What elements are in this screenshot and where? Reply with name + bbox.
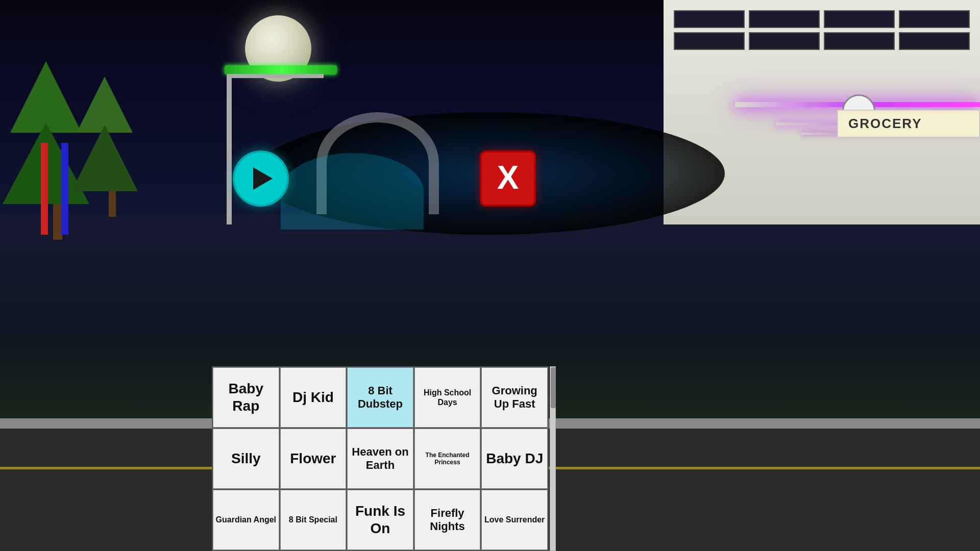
play-button-circle[interactable] xyxy=(233,151,289,207)
teal-character xyxy=(281,153,424,230)
music-cell-guardian-angel[interactable]: Guardian Angel xyxy=(213,490,279,550)
music-cell-8-bit-dubstep[interactable]: 8 Bit Dubstep xyxy=(347,367,413,428)
grocery-sign-text: GROCERY xyxy=(848,116,922,131)
music-grid: Baby RapDj Kid8 Bit DubstepHigh School D… xyxy=(212,366,549,551)
music-cell-baby-rap[interactable]: Baby Rap xyxy=(213,367,279,428)
close-icon: X xyxy=(497,161,519,194)
scene-tree-right xyxy=(87,77,138,217)
close-button[interactable]: X xyxy=(480,151,536,207)
close-button-circle[interactable]: X xyxy=(480,151,536,207)
music-cell-love-surrender[interactable]: Love Surrender xyxy=(481,490,548,550)
grocery-sign: GROCERY xyxy=(837,110,980,138)
music-cell-8-bit-special[interactable]: 8 Bit Special xyxy=(280,490,347,550)
music-cell-growing-up-fast[interactable]: Growing Up Fast xyxy=(481,367,548,428)
red-pole xyxy=(41,143,48,235)
music-cell-flower[interactable]: Flower xyxy=(280,429,347,489)
scroll-bar[interactable] xyxy=(550,366,556,551)
play-button[interactable] xyxy=(233,151,289,207)
music-cell-dj-kid[interactable]: Dj Kid xyxy=(280,367,347,428)
music-cell-heaven-on-earth[interactable]: Heaven on Earth xyxy=(347,429,413,489)
music-cell-high-school-days[interactable]: High School Days xyxy=(414,367,481,428)
music-cell-the-enchanted-princess[interactable]: The Enchanted Princess xyxy=(414,429,481,489)
play-icon xyxy=(253,167,273,190)
music-cell-firefly-nights[interactable]: Firefly Nights xyxy=(414,490,481,550)
green-traffic-bar xyxy=(225,65,337,74)
music-selection-panel: Baby RapDj Kid8 Bit DubstepHigh School D… xyxy=(212,366,549,551)
music-cell-silly[interactable]: Silly xyxy=(213,429,279,489)
music-cell-baby-dj[interactable]: Baby DJ xyxy=(481,429,548,489)
streetlight-arm xyxy=(227,74,324,78)
blue-pole xyxy=(61,143,68,235)
music-cell-funk-is-on[interactable]: Funk Is On xyxy=(347,490,413,550)
scroll-thumb[interactable] xyxy=(551,367,556,408)
streetlight-pole xyxy=(227,74,232,224)
